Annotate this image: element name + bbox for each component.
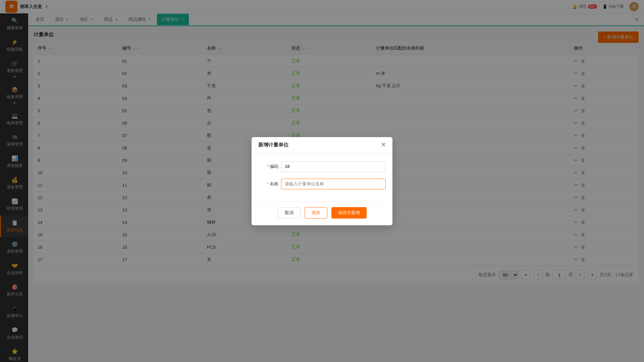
save-and-new-button[interactable]: 保存并新增 [331,207,367,219]
name-label: 名称 [258,181,278,187]
modal-body: 编码 名称 [252,153,392,201]
modal-header: 新增计量单位 ✕ [252,137,392,153]
modal-footer: 取消 保存 保存并新增 [252,201,392,225]
cancel-button[interactable]: 取消 [278,207,301,219]
form-row-name: 名称 [258,179,386,189]
modal-close-btn[interactable]: ✕ [381,142,386,148]
modal-overlay[interactable]: 新增计量单位 ✕ 编码 名称 取消 保存 保存并新增 [0,0,644,362]
save-button[interactable]: 保存 [305,207,327,219]
code-input[interactable] [281,161,386,172]
add-uom-modal: 新增计量单位 ✕ 编码 名称 取消 保存 保存并新增 [252,137,392,225]
name-input[interactable] [281,179,386,189]
code-label: 编码 [258,164,278,170]
form-row-code: 编码 [258,161,386,172]
modal-title: 新增计量单位 [258,142,288,148]
